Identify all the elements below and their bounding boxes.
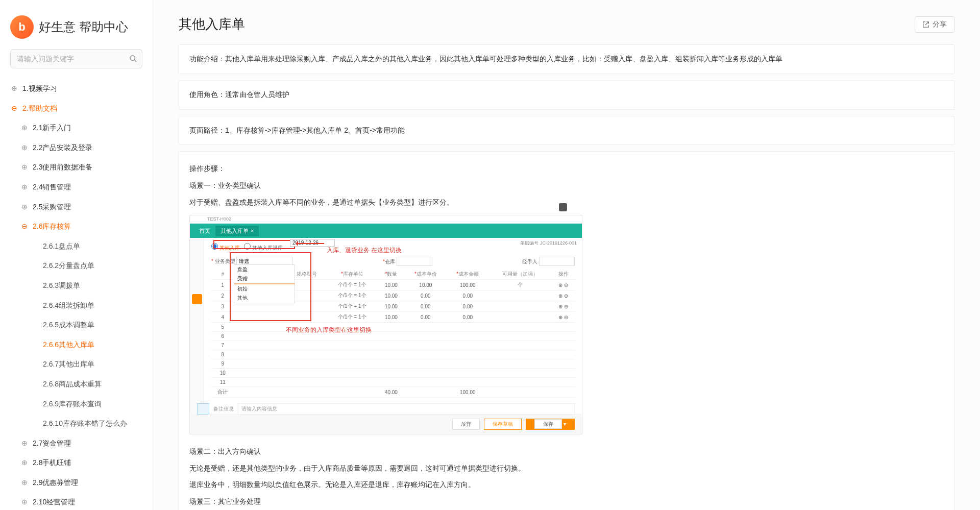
intro-box: 功能介绍：其他入库单用来处理除采购入库、产成品入库之外的其他入库业务，因此其他入… (179, 44, 954, 74)
scene1-title: 场景一：业务类型确认 (189, 179, 944, 192)
plus-icon: ⊕ (20, 478, 29, 487)
annotation-label-1: 入库、退货业务 在这里切换 (327, 246, 402, 255)
nav-item-2-3[interactable]: ⊕2.3使用前数据准备 (20, 157, 142, 177)
share-label: 分享 (933, 20, 947, 29)
steps-block: 操作步骤： 场景一：业务类型确认 对于受赠、盘盈或是拆装入库等不同的业务，是通过… (179, 151, 954, 510)
nav-item-2-9[interactable]: ⊕2.9优惠券管理 (20, 473, 142, 493)
avatar-icon (559, 203, 567, 211)
role-label: 使用角色： (189, 90, 225, 99)
plus-icon: ⊕ (20, 143, 29, 152)
shot-sidebar (190, 238, 204, 414)
shot-test-env: TEST-H002 (190, 216, 231, 222)
nav-label: 2.6.2分量盘点单 (43, 259, 94, 273)
nav-item-2-6[interactable]: ⊖2.6库存核算 (20, 216, 142, 236)
nav-label: 2.6.1盘点单 (43, 239, 80, 253)
nav-label: 2.1新手入门 (33, 121, 71, 135)
nav-item-2-6-8[interactable]: 2.6.8商品成本重算 (43, 374, 142, 394)
nav-label: 2.6.9库存账本查询 (43, 397, 102, 411)
main-content: 其他入库单 分享 功能介绍：其他入库单用来处理除采购入库、产成品入库之外的其他入… (153, 0, 980, 510)
page-title: 其他入库单 (179, 15, 245, 33)
screenshot-illustration: TEST-H002 首页 其他入库单× App下载 应用管理 帮助中心 CC (189, 215, 582, 434)
role-box: 使用角色：通常由仓管人员维护 (179, 80, 954, 110)
nav-item-video[interactable]: ⊕1.视频学习 (10, 79, 142, 99)
shot-docno: 单据编号 JC-20191226-001 (520, 240, 577, 247)
nav-label: 2.6.8商品成本重算 (43, 377, 102, 391)
scene2-text1: 无论是受赠，还是其他类型的业务，由于入库商品质量等原因，需要退回，这时可通过单据… (189, 462, 944, 475)
minus-icon: ⊖ (20, 222, 29, 230)
path-text: 1、库存核算->库存管理->其他入库单 2、首页->常用功能 (225, 126, 405, 134)
role-text: 通常由仓管人员维护 (225, 90, 289, 99)
nav-item-2-6-4[interactable]: 2.6.4组装拆卸单 (43, 296, 142, 315)
shot-tabbar: 首页 其他入库单× App下载 应用管理 帮助中心 CC (190, 224, 582, 238)
intro-text: 其他入库单用来处理除采购入库、产成品入库之外的其他入库业务，因此其他入库单可处理… (225, 55, 782, 63)
nav-item-docs[interactable]: ⊖2.帮助文档 (10, 99, 142, 118)
shot-btn-draft: 保存草稿 (484, 419, 522, 430)
site-logo-row: b 好生意 帮助中心 (10, 15, 142, 39)
scene2-title: 场景二：出入方向确认 (189, 445, 944, 458)
minus-icon: ⊖ (10, 104, 18, 112)
nav-item-2-6-7[interactable]: 2.6.7其他出库单 (43, 354, 142, 374)
plus-icon: ⊕ (10, 84, 18, 92)
sidebar: b 好生意 帮助中心 ⊕1.视频学习 ⊖2.帮助文档 ⊕2.1新手入门 ⊕2.2… (0, 0, 153, 510)
nav-label: 2.2产品安装及登录 (33, 141, 92, 155)
nav-label: 2.6库存核算 (33, 220, 71, 233)
shot-btn-cancel: 放弃 (452, 419, 480, 430)
nav-label: 2.6.3调拨单 (43, 279, 80, 293)
plus-icon: ⊕ (20, 498, 29, 506)
arrow-icon (296, 243, 324, 244)
nav-label: 2.6.10库存账本错了怎么办 (43, 417, 127, 430)
nav-item-2-5[interactable]: ⊕2.5采购管理 (20, 197, 142, 217)
svg-line-1 (134, 60, 136, 62)
logo-icon: b (10, 15, 34, 39)
plus-icon: ⊕ (20, 124, 29, 132)
annotation-label-2: 不同业务的入库类型在这里切换 (286, 326, 372, 334)
plus-icon: ⊕ (20, 163, 29, 172)
nav-item-2-6-3[interactable]: 2.6.3调拨单 (43, 276, 142, 296)
nav-item-2-8[interactable]: ⊕2.8手机旺铺 (20, 453, 142, 473)
nav-label: 2.6.5成本调整单 (43, 318, 94, 332)
plus-icon: ⊕ (20, 459, 29, 467)
nav-label: 2.7资金管理 (33, 436, 71, 450)
close-icon: × (251, 228, 254, 234)
nav-list: ⊕1.视频学习 ⊖2.帮助文档 ⊕2.1新手入门 ⊕2.2产品安装及登录 ⊕2.… (10, 79, 142, 510)
nav-item-2-6-10[interactable]: 2.6.10库存账本错了怎么办 (43, 414, 142, 433)
nav-item-2-1[interactable]: ⊕2.1新手入门 (20, 118, 142, 138)
nav-item-2-6-2[interactable]: 2.6.2分量盘点单 (43, 256, 142, 276)
svg-point-0 (130, 56, 135, 60)
nav-item-2-6-6[interactable]: 2.6.6其他入库单 (43, 335, 142, 355)
nav-label: 2.8手机旺铺 (33, 456, 71, 470)
nav-label: 2.9优惠券管理 (33, 476, 78, 490)
steps-title: 操作步骤： (189, 162, 944, 176)
share-button[interactable]: 分享 (915, 16, 954, 33)
nav-item-2-4[interactable]: ⊕2.4销售管理 (20, 177, 142, 197)
search-wrap (10, 49, 142, 68)
shot-footer: 备注信息 请输入内容信息 (197, 403, 575, 415)
nav-label: 2.6.6其他入库单 (43, 338, 94, 352)
nav-item-2-6-1[interactable]: 2.6.1盘点单 (43, 236, 142, 256)
shot-notes: 请输入内容信息 (238, 403, 575, 415)
search-icon[interactable] (129, 55, 137, 63)
shot-tab-current: 其他入库单× (215, 226, 259, 236)
nav-item-2-2[interactable]: ⊕2.2产品安装及登录 (20, 138, 142, 158)
shot-buttons: 放弃 保存草稿 保存 ▾ (452, 419, 575, 430)
shot-btn-save: 保存 ▾ (526, 419, 575, 430)
nav-item-2-6-9[interactable]: 2.6.9库存账本查询 (43, 394, 142, 414)
site-title: 好生意 帮助中心 (39, 19, 128, 35)
nav-label: 1.视频学习 (22, 82, 57, 95)
annotation-box (213, 240, 295, 249)
scene3-title: 场景三：其它业务处理 (189, 495, 944, 508)
nav-label: 2.4销售管理 (33, 180, 71, 194)
path-label: 页面路径： (189, 126, 225, 134)
nav-label: 2.3使用前数据准备 (33, 160, 92, 174)
shot-tab-home: 首页 (194, 226, 215, 236)
nav-item-2-10[interactable]: ⊕2.10经营管理 (20, 492, 142, 510)
scene2-text2: 退库业务中，明细数量均以负值红色展示。无论是入库还是退库，库存账均记在入库方向。 (189, 478, 944, 492)
nav-item-2-6-5[interactable]: 2.6.5成本调整单 (43, 315, 142, 335)
search-input[interactable] (10, 49, 142, 68)
path-box: 页面路径：1、库存核算->库存管理->其他入库单 2、首页->常用功能 (179, 116, 954, 145)
nav-label: 2.6.7其他出库单 (43, 357, 94, 371)
nav-item-2-7[interactable]: ⊕2.7资金管理 (20, 433, 142, 453)
nav-label: 2.帮助文档 (22, 102, 57, 115)
share-icon (922, 21, 929, 28)
nav-label: 2.10经营管理 (33, 495, 75, 509)
